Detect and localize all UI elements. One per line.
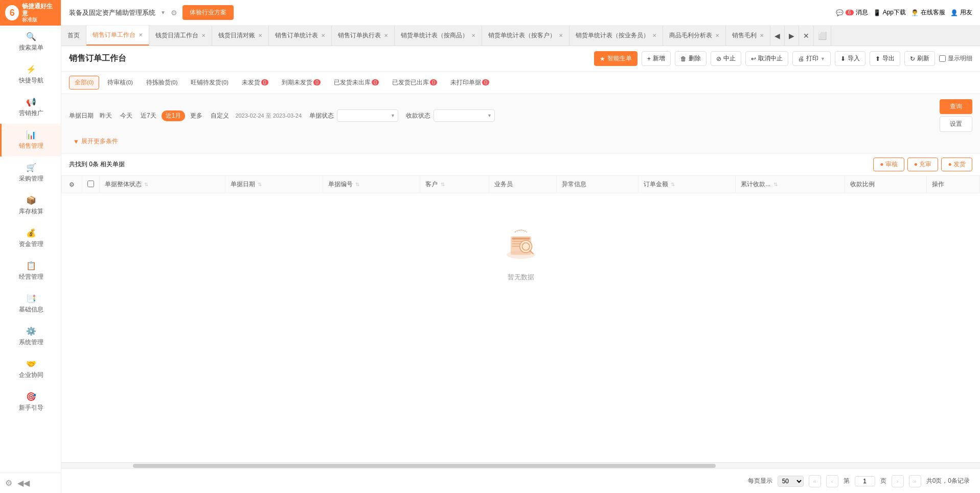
col-doc-date[interactable]: 单据日期 ⇅ [225, 176, 323, 193]
tab-sales-by-product-close[interactable]: ✕ [471, 33, 475, 38]
ship-button[interactable]: ● 发货 [941, 158, 972, 171]
tab-sales-stat-close[interactable]: ✕ [321, 33, 325, 38]
sidebar-item-marketing[interactable]: 📢 营销推广 [0, 91, 61, 124]
sub-tab-shipped-not-in[interactable]: 已发货未出库0 [329, 76, 384, 89]
date-option-7days[interactable]: 近7天 [138, 110, 159, 121]
sidebar-item-finance[interactable]: 💰 资金管理 [0, 222, 61, 255]
sidebar-item-operations[interactable]: 📋 经营管理 [0, 255, 61, 287]
col-payment-ratio[interactable]: 收款比例 [845, 176, 927, 193]
col-doc-no[interactable]: 单据编号 ⇅ [323, 176, 420, 193]
payment-status-select[interactable] [434, 109, 495, 122]
table-scroll[interactable]: ⚙ 单据整体状态 ⇅ 单据日期 ⇅ [61, 175, 980, 462]
show-detail-input[interactable] [939, 55, 946, 62]
tab-sales-more[interactable]: 销售毛利 ✕ [726, 26, 770, 46]
sidebar-item-sales[interactable]: 📊 销售管理 [0, 124, 61, 156]
show-detail-checkbox[interactable]: 显示明细 [939, 54, 972, 63]
sub-tab-pending-review[interactable]: 待审核(0) [102, 76, 138, 89]
col-checkbox[interactable] [82, 176, 100, 193]
tab-maximize-btn[interactable]: ⬜ [814, 26, 831, 46]
tab-gross-profit-close[interactable]: ✕ [715, 33, 719, 38]
online-service-action[interactable]: 👨‍💼 在线客服 [911, 8, 945, 17]
sub-tab-overdue-not-ship[interactable]: 到期未发货0 [277, 76, 326, 89]
sidebar-item-basic-info[interactable]: 📑 基础信息 [0, 287, 61, 320]
prev-page-btn[interactable]: ‹ [826, 475, 838, 487]
tab-sales-workbench[interactable]: 销售订单工作台 ✕ [86, 26, 149, 46]
sub-tab-not-printed[interactable]: 未打印单据0 [445, 76, 494, 89]
col-received[interactable]: 累计收款... ⇅ [736, 176, 845, 193]
tab-sales-by-customer-close[interactable]: ✕ [559, 33, 563, 38]
sidebar-item-inventory[interactable]: 📦 库存核算 [0, 189, 61, 222]
gear-icon[interactable]: ⚙ [171, 9, 177, 17]
col-salesman[interactable]: 业务员 [489, 176, 557, 193]
print-button[interactable]: 🖨 打印 ▼ [792, 51, 831, 66]
date-option-yesterday[interactable]: 昨天 [97, 110, 115, 121]
tab-home[interactable]: 首页 [61, 26, 86, 46]
doc-status-select[interactable] [337, 109, 398, 122]
sidebar-item-enterprise[interactable]: 🤝 企业协同 [0, 353, 61, 386]
export-button[interactable]: ⬆ 导出 [870, 51, 900, 66]
tab-sales-by-staff-close[interactable]: ✕ [652, 33, 656, 38]
sidebar-item-guide[interactable]: 🎯 新手引导 [0, 386, 61, 418]
page-size-select[interactable]: 50 100 200 [778, 476, 804, 487]
cancel-stop-button[interactable]: ↩ 取消中止 [745, 51, 788, 66]
expand-conditions-btn[interactable]: ▼ 展开更多条件 [69, 135, 972, 148]
approve-button[interactable]: ● 审核 [873, 158, 904, 171]
date-option-1month[interactable]: 近1月 [162, 110, 186, 121]
sub-tab-not-shipped[interactable]: 未发货0 [237, 76, 274, 89]
tab-sales-stat[interactable]: 销售订单统计表 ✕ [269, 26, 332, 46]
add-button[interactable]: + 新增 [642, 51, 671, 66]
tab-sales-by-customer[interactable]: 销货单统计表（按客户） ✕ [482, 26, 569, 46]
first-page-btn[interactable]: « [809, 475, 821, 487]
sub-tab-shipped-in[interactable]: 已发货已出库0 [387, 76, 442, 89]
message-action[interactable]: 💬 6 消息 [836, 8, 868, 17]
sub-tab-wangpu-ship[interactable]: 旺铺待发货(0) [186, 76, 233, 89]
query-button[interactable]: 查询 [940, 99, 972, 114]
col-doc-status[interactable]: 单据整体状态 ⇅ [100, 176, 225, 193]
select-all-checkbox[interactable] [87, 181, 94, 187]
page-number-input[interactable] [855, 476, 875, 486]
tab-sales-workbench-close[interactable]: ✕ [139, 32, 143, 38]
tab-close-all-btn[interactable]: ✕ [799, 26, 814, 46]
tab-sales-more-close[interactable]: ✕ [760, 33, 764, 38]
col-order-amount[interactable]: 订单金额 ⇅ [638, 176, 736, 193]
delete-button[interactable]: 🗑 删除 [675, 51, 706, 66]
unapprove-button[interactable]: ● 充审 [907, 158, 939, 171]
col-exception[interactable]: 异常信息 [557, 176, 639, 193]
tab-sales-by-product[interactable]: 销货单统计表（按商品） ✕ [395, 26, 482, 46]
sidebar-item-system[interactable]: ⚙️ 系统管理 [0, 320, 61, 353]
sub-tab-all[interactable]: 全部(0) [69, 76, 99, 89]
sub-tab-pending-inspect[interactable]: 待拣验货(0) [141, 76, 183, 89]
col-customer[interactable]: 客户 ⇅ [420, 176, 489, 193]
tab-sales-exec-close[interactable]: ✕ [384, 33, 388, 38]
import-button[interactable]: ⬇ 导入 [835, 51, 865, 66]
tab-sales-by-staff[interactable]: 销货单统计表（按业务员） ✕ [569, 26, 663, 46]
sidebar-item-quick-nav[interactable]: ⚡ 快捷导航 [0, 58, 61, 91]
user-action[interactable]: 👤 用友 [950, 8, 972, 17]
tab-prev-btn[interactable]: ◀ [770, 26, 785, 46]
tab-cash-reconcile[interactable]: 钱货日清对账 ✕ [212, 26, 269, 46]
next-page-btn[interactable]: › [892, 475, 904, 487]
collapse-icon[interactable]: ◀◀ [17, 478, 30, 488]
stop-button[interactable]: ⊘ 中止 [711, 51, 741, 66]
date-option-today[interactable]: 今天 [117, 110, 135, 121]
sidebar-item-purchase[interactable]: 🛒 采购管理 [0, 156, 61, 189]
tab-gross-profit[interactable]: 商品毛利分析表 ✕ [663, 26, 726, 46]
smart-create-button[interactable]: ★ 智能生单 [594, 51, 637, 66]
app-download-action[interactable]: 📱 App下载 [873, 8, 906, 17]
settings-icon[interactable]: ⚙ [5, 478, 12, 488]
date-option-more[interactable]: 更多 [187, 110, 206, 121]
last-page-btn[interactable]: » [909, 475, 921, 487]
tab-cash-daily-close[interactable]: ✕ [201, 33, 206, 38]
horizontal-scrollbar[interactable] [61, 462, 980, 468]
filter-settings-button[interactable]: 设置 [940, 116, 972, 132]
scrollbar-thumb[interactable] [133, 464, 716, 468]
tab-next-btn[interactable]: ▶ [785, 26, 799, 46]
tab-cash-daily[interactable]: 钱货日清工作台 ✕ [149, 26, 212, 46]
tab-cash-reconcile-close[interactable]: ✕ [258, 33, 262, 38]
system-title-dropdown[interactable]: ▼ [161, 10, 166, 15]
col-settings[interactable]: ⚙ [62, 176, 82, 193]
experience-button[interactable]: 体验行业方案 [183, 5, 234, 20]
sidebar-item-search[interactable]: 🔍 搜索菜单 [0, 26, 61, 58]
tab-sales-exec[interactable]: 销售订单执行表 ✕ [332, 26, 395, 46]
date-option-custom[interactable]: 自定义 [208, 110, 232, 121]
